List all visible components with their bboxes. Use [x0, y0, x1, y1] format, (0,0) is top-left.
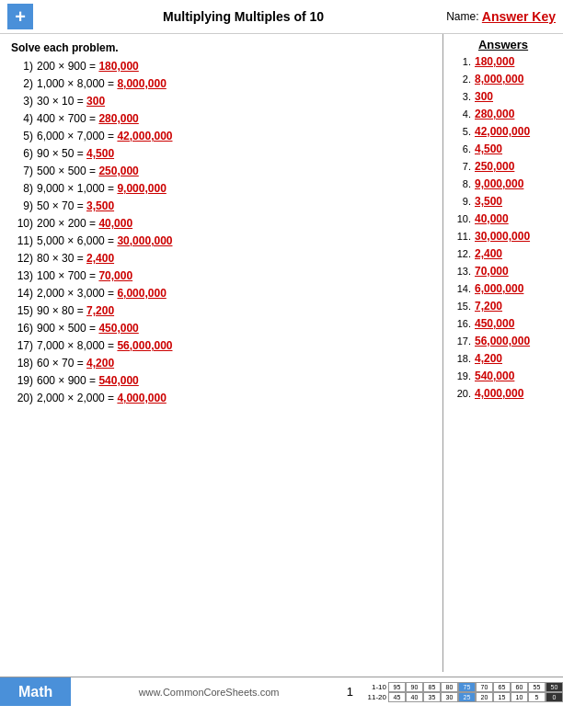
answer-number: 19. — [451, 370, 471, 381]
problems-area: Solve each problem. 1) 200 × 900 = 180,0… — [0, 34, 443, 672]
answer-number: 5. — [451, 126, 471, 137]
stats-cell: 10 — [511, 692, 528, 702]
answer-value: 9,000,000 — [475, 177, 523, 190]
answer-number: 18. — [451, 353, 471, 364]
stats-cell: 75 — [458, 682, 476, 692]
problem-number: 9) — [11, 199, 33, 212]
problem-text: 600 × 900 = 540,000 — [37, 374, 431, 387]
answer-number: 8. — [451, 178, 471, 189]
answer-row: 19. 540,000 — [451, 370, 556, 382]
problem-row: 15) 90 × 80 = 7,200 — [11, 304, 431, 317]
answer-number: 15. — [451, 301, 471, 312]
problem-text: 80 × 30 = 2,400 — [37, 252, 431, 265]
problem-row: 5) 6,000 × 7,000 = 42,000,000 — [11, 130, 431, 142]
problem-row: 16) 900 × 500 = 450,000 — [11, 322, 431, 335]
problem-row: 13) 100 × 700 = 70,000 — [11, 269, 431, 282]
answer-number: 7. — [451, 161, 471, 172]
answer-number: 16. — [451, 318, 471, 329]
answer-number: 20. — [451, 388, 471, 399]
problem-number: 13) — [11, 269, 33, 282]
problem-number: 18) — [11, 357, 33, 370]
problem-text: 900 × 500 = 450,000 — [37, 322, 431, 335]
math-label: Math — [0, 677, 71, 706]
stats-row-label: 1-10 — [361, 683, 386, 691]
problem-answer: 3,500 — [86, 199, 114, 212]
stats-row-label: 11-20 — [361, 693, 386, 701]
answer-row: 17. 56,000,000 — [451, 335, 556, 347]
answer-row: 3. 300 — [451, 90, 556, 103]
stats-cell: 25 — [458, 692, 476, 702]
answer-value: 30,000,000 — [475, 230, 530, 243]
problem-answer: 280,000 — [98, 112, 138, 125]
answer-row: 6. 4,500 — [451, 142, 556, 155]
answer-value: 70,000 — [475, 265, 509, 278]
problem-answer: 300 — [86, 95, 105, 108]
problem-number: 5) — [11, 130, 33, 142]
stats-cell: 5 — [528, 692, 546, 702]
answer-value: 450,000 — [475, 317, 514, 330]
answer-value: 56,000,000 — [475, 335, 530, 347]
problem-row: 6) 90 × 50 = 4,500 — [11, 147, 431, 160]
answer-row: 7. 250,000 — [451, 160, 556, 173]
answer-value: 4,200 — [475, 352, 502, 365]
answer-value: 250,000 — [475, 160, 514, 173]
stats-area: 1-109590858075706560555011-2045403530252… — [361, 682, 563, 702]
answers-header: Answers — [451, 38, 556, 51]
answer-value: 300 — [475, 90, 493, 103]
stats-cell: 55 — [528, 682, 546, 692]
problem-row: 1) 200 × 900 = 180,000 — [11, 60, 431, 73]
problem-text: 30 × 10 = 300 — [37, 95, 431, 108]
answer-row: 5. 42,000,000 — [451, 125, 556, 138]
problem-answer: 42,000,000 — [117, 130, 172, 142]
answer-row: 1. 180,000 — [451, 55, 556, 68]
problem-text: 200 × 200 = 40,000 — [37, 217, 431, 230]
problem-text: 90 × 80 = 7,200 — [37, 304, 431, 317]
problem-row: 17) 7,000 × 8,000 = 56,000,000 — [11, 339, 431, 352]
worksheet-title: Multiplying Multiples of 10 — [40, 9, 446, 24]
problem-row: 12) 80 × 30 = 2,400 — [11, 252, 431, 265]
problem-number: 16) — [11, 322, 33, 335]
answer-value: 4,000,000 — [475, 387, 523, 400]
problem-row: 4) 400 × 700 = 280,000 — [11, 112, 431, 125]
problem-number: 6) — [11, 147, 33, 160]
problem-number: 1) — [11, 60, 33, 73]
problem-number: 17) — [11, 339, 33, 352]
stats-cell: 15 — [493, 692, 511, 702]
answer-row: 8. 9,000,000 — [451, 177, 556, 190]
answer-row: 9. 3,500 — [451, 195, 556, 208]
problem-number: 14) — [11, 287, 33, 300]
problem-text: 1,000 × 8,000 = 8,000,000 — [37, 77, 431, 90]
stats-cell: 85 — [423, 682, 441, 692]
answer-row: 16. 450,000 — [451, 317, 556, 330]
problem-row: 11) 5,000 × 6,000 = 30,000,000 — [11, 234, 431, 247]
logo-icon — [7, 4, 33, 29]
answer-value: 180,000 — [475, 55, 514, 68]
problem-answer: 4,200 — [86, 357, 114, 370]
name-label: Name: — [446, 10, 478, 23]
main-content: Solve each problem. 1) 200 × 900 = 180,0… — [0, 34, 563, 672]
answer-row: 15. 7,200 — [451, 300, 556, 313]
answer-value: 280,000 — [475, 108, 514, 120]
problem-text: 2,000 × 3,000 = 6,000,000 — [37, 287, 431, 300]
problem-number: 12) — [11, 252, 33, 265]
answer-key-label: Answer Key — [482, 9, 556, 24]
problem-answer: 450,000 — [98, 322, 138, 335]
answer-row: 2. 8,000,000 — [451, 73, 556, 85]
problem-text: 60 × 70 = 4,200 — [37, 357, 431, 370]
answer-number: 6. — [451, 143, 471, 154]
footer: Math www.CommonCoreSheets.com 1 1-109590… — [0, 677, 563, 728]
answer-number: 3. — [451, 91, 471, 102]
problem-text: 90 × 50 = 4,500 — [37, 147, 431, 160]
problem-number: 11) — [11, 234, 33, 247]
problem-text: 5,000 × 6,000 = 30,000,000 — [37, 234, 431, 247]
problem-answer: 7,200 — [86, 304, 114, 317]
stats-cell: 90 — [406, 682, 423, 692]
problem-row: 7) 500 × 500 = 250,000 — [11, 165, 431, 177]
problem-row: 10) 200 × 200 = 40,000 — [11, 217, 431, 230]
footer-top: Math www.CommonCoreSheets.com 1 1-109590… — [0, 677, 563, 706]
problem-row: 3) 30 × 10 = 300 — [11, 95, 431, 108]
problem-text: 500 × 500 = 250,000 — [37, 165, 431, 177]
stats-cell: 50 — [546, 682, 563, 692]
instruction: Solve each problem. — [11, 41, 431, 54]
stats-cell: 70 — [476, 682, 493, 692]
